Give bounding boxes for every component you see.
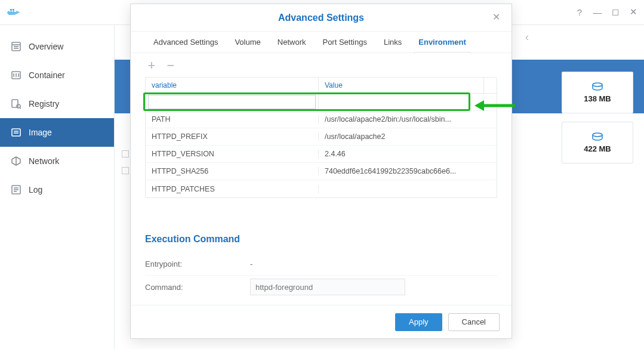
col-header-value[interactable]: Value (319, 78, 483, 93)
sidebar-item-label: Log (29, 185, 42, 194)
env-value: 2.4.46 (319, 150, 497, 158)
image-card[interactable]: 138 MB (562, 72, 633, 113)
sidebar-item-network[interactable]: Network (0, 147, 114, 175)
image-cards: 138 MB 422 MB (562, 72, 633, 172)
advanced-settings-dialog: Advanced Settings ✕ Advanced Settings Vo… (130, 4, 512, 339)
sidebar-item-label: Image (29, 128, 52, 137)
help-icon[interactable]: ? (572, 5, 587, 19)
svg-rect-4 (13, 9, 14, 11)
entrypoint-value: - (250, 260, 252, 268)
svg-point-26 (593, 133, 602, 137)
window-controls: ? — ◻ ✕ (572, 5, 640, 19)
svg-rect-16 (12, 129, 20, 136)
env-value: /usr/local/apache2/bin:/usr/local/sbin..… (319, 115, 497, 123)
sidebar-item-container[interactable]: Container (0, 61, 114, 89)
container-icon (11, 70, 21, 81)
tab-environment[interactable]: Environment (410, 32, 474, 53)
env-variable: HTTPD_PATCHES (146, 185, 319, 193)
env-row[interactable]: HTTPD_PATCHES (146, 180, 497, 197)
network-icon (11, 156, 21, 166)
image-card[interactable]: 422 MB (562, 122, 633, 163)
tab-advanced-settings[interactable]: Advanced Settings (145, 32, 226, 53)
svg-line-15 (20, 107, 21, 109)
command-input[interactable] (250, 279, 405, 295)
maximize-icon[interactable]: ◻ (608, 5, 623, 19)
row-actions: + − (145, 59, 497, 72)
entrypoint-row: Entrypoint: - (145, 253, 497, 276)
remove-row-button[interactable]: − (164, 59, 177, 72)
svg-rect-3 (10, 9, 12, 11)
disk-icon (591, 132, 603, 142)
registry-icon (11, 98, 21, 109)
env-row[interactable]: PATH /usr/local/apache2/bin:/usr/local/s… (146, 111, 497, 128)
disk-icon (591, 82, 603, 92)
tab-network[interactable]: Network (269, 32, 315, 53)
sidebar-item-image[interactable]: Image (0, 118, 114, 147)
tab-volume[interactable]: Volume (226, 32, 269, 53)
log-icon (11, 184, 21, 195)
dialog-tabs: Advanced Settings Volume Network Port Se… (131, 32, 511, 53)
execution-section: Execution Command Entrypoint: - Command: (145, 234, 497, 298)
close-icon[interactable]: ✕ (492, 13, 503, 23)
col-header-variable[interactable]: variable (146, 78, 319, 93)
env-value: 740eddf6e1c641992b22359cabc66e6... (319, 167, 497, 175)
sidebar-item-log[interactable]: Log (0, 175, 114, 204)
sidebar-item-overview[interactable]: Overview (0, 32, 114, 61)
close-window-icon[interactable]: ✕ (626, 5, 640, 19)
entrypoint-label: Entrypoint: (145, 260, 250, 268)
env-variable: HTTPD_PREFIX (146, 132, 319, 141)
image-icon (11, 127, 21, 138)
env-row-editing[interactable] (146, 94, 497, 111)
command-label: Command: (145, 283, 250, 292)
image-size: 422 MB (584, 144, 611, 153)
minimize-icon[interactable]: — (590, 5, 605, 19)
env-variable: HTTPD_SHA256 (146, 167, 319, 175)
dialog-title: Advanced Settings (278, 13, 364, 23)
env-variable-input[interactable] (148, 95, 316, 109)
back-chevron-icon[interactable]: ‹ (525, 31, 529, 44)
overview-icon (11, 41, 21, 52)
env-value-input[interactable] (321, 95, 494, 109)
sidebar-item-label: Overview (29, 42, 63, 51)
svg-point-25 (593, 83, 602, 87)
env-variable: PATH (146, 115, 319, 123)
env-table-head: variable Value (146, 78, 497, 94)
env-row[interactable]: HTTPD_VERSION 2.4.46 (146, 146, 497, 163)
execution-title: Execution Command (145, 234, 497, 245)
sidebar-item-label: Network (29, 156, 59, 166)
tab-port-settings[interactable]: Port Settings (314, 32, 375, 53)
sidebar: Overview Container Registry Image Networ… (0, 25, 115, 349)
cancel-button[interactable]: Cancel (448, 313, 500, 331)
env-row[interactable]: HTTPD_SHA256 740eddf6e1c641992b22359cabc… (146, 163, 497, 180)
env-table: variable Value PATH /usr/local/apache2/b… (145, 77, 497, 198)
col-spacer (483, 78, 497, 93)
add-row-button[interactable]: + (145, 59, 158, 72)
command-row: Command: (145, 276, 497, 298)
image-size: 138 MB (584, 94, 611, 103)
dialog-header: Advanced Settings ✕ (131, 4, 511, 32)
checkbox[interactable] (122, 167, 129, 174)
background-list (122, 146, 129, 179)
apply-button[interactable]: Apply (395, 313, 442, 331)
env-row[interactable]: HTTPD_PREFIX /usr/local/apache2 (146, 128, 497, 146)
tab-links[interactable]: Links (375, 32, 410, 53)
docker-logo-icon (6, 5, 20, 20)
dialog-body: + − variable Value PATH /usr/local/apach… (131, 53, 511, 305)
sidebar-item-registry[interactable]: Registry (0, 89, 114, 118)
env-variable: HTTPD_VERSION (146, 150, 319, 158)
sidebar-item-label: Container (29, 70, 65, 80)
checkbox[interactable] (122, 150, 129, 157)
dialog-footer: Apply Cancel (131, 305, 511, 338)
env-value: /usr/local/apache2 (319, 132, 497, 141)
sidebar-item-label: Registry (29, 99, 59, 109)
